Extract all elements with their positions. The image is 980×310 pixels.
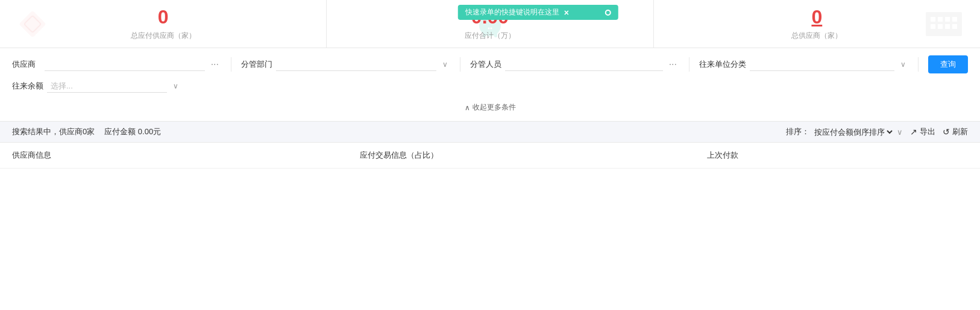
collapse-button[interactable]: ∧ 收起更多条件 — [455, 99, 526, 116]
tooltip-line — [574, 12, 598, 13]
stat-payable-total-label: 应付合计（万） — [465, 31, 515, 41]
manager-input[interactable] — [505, 58, 663, 71]
export-label: 导出 — [920, 126, 935, 137]
filter-manager: 分管人员 ··· — [470, 58, 679, 71]
unit-class-label: 往来单位分类 — [699, 59, 746, 70]
unit-class-chevron[interactable]: ∨ — [898, 60, 908, 69]
sort-group: 排序： 按应付会额倒序排序 ∨ — [786, 126, 903, 137]
svg-rect-14 — [952, 17, 957, 22]
filter-supplier: 供应商 ··· — [12, 58, 221, 71]
result-info-group: 搜索结果中，供应商0家 应付金额 0.00元 — [12, 126, 161, 137]
sort-label: 排序： — [786, 126, 809, 137]
sort-chevron-icon: ∨ — [897, 128, 903, 137]
building-bg-icon — [920, 6, 968, 42]
stat-total-suppliers-label: 总供应商（家） — [791, 31, 842, 41]
svg-rect-13 — [945, 17, 950, 22]
stat-payable-suppliers-label: 总应付供应商（家） — [131, 31, 196, 41]
tooltip-text: 快速录单的快捷键说明在这里 — [465, 7, 559, 17]
filter-area: 供应商 ··· 分管部门 ∨ 分管人员 ··· 往来单位分类 ∨ 查询 — [0, 48, 980, 122]
sort-select[interactable]: 按应付会额倒序排序 — [812, 127, 894, 137]
tooltip-dot — [605, 10, 611, 16]
svg-rect-17 — [945, 24, 950, 29]
balance-label: 往来余额 — [12, 81, 43, 91]
department-chevron[interactable]: ∨ — [440, 60, 450, 69]
table-body — [0, 169, 980, 310]
filter-balance: 往来余额 ∨ — [12, 79, 181, 93]
refresh-button[interactable]: ↺ 刷新 — [943, 126, 968, 137]
stat-total-suppliers: 0 总供应商（家） — [654, 0, 980, 48]
svg-rect-15 — [931, 24, 935, 29]
tooltip-close[interactable]: × — [564, 8, 569, 17]
quick-entry-tooltip: 快速录单的快捷键说明在这里 × — [458, 5, 618, 20]
result-amount: 应付金额 0.00元 — [104, 126, 161, 137]
svg-rect-18 — [952, 24, 957, 29]
stat-payable-total: 快速录单的快捷键说明在这里 × 0.00 应付合计（万） — [327, 0, 653, 48]
refresh-icon: ↺ — [943, 127, 950, 137]
divider-2 — [460, 57, 460, 72]
refresh-label: 刷新 — [952, 126, 968, 137]
divider-3 — [689, 57, 689, 72]
export-button[interactable]: ↗ 导出 — [910, 126, 935, 137]
svg-rect-16 — [938, 24, 943, 29]
svg-rect-12 — [938, 17, 943, 22]
filter-department: 分管部门 ∨ — [241, 58, 450, 71]
filter-row-1: 供应商 ··· 分管部门 ∨ 分管人员 ··· 往来单位分类 ∨ 查询 — [12, 55, 968, 73]
stat-payable-suppliers-number: 0 — [158, 7, 169, 28]
collapse-chevron-up: ∧ — [465, 104, 470, 112]
filter-unit-class: 往来单位分类 ∨ — [699, 58, 908, 71]
filter-row-2: 往来余额 ∨ — [12, 79, 968, 93]
stat-total-suppliers-number: 0 — [811, 7, 822, 28]
supplier-label: 供应商 — [12, 59, 41, 70]
department-label: 分管部门 — [241, 59, 272, 70]
table-col-supplier: 供应商信息 — [12, 150, 360, 161]
divider-4 — [918, 57, 919, 72]
diamond-bg-icon — [18, 10, 47, 39]
supplier-input[interactable] — [45, 58, 205, 71]
stat-payable-suppliers: 0 总应付供应商（家） — [0, 0, 327, 48]
stats-bar: 0 总应付供应商（家） 快速录单的快捷键说明在这里 × 0 — [0, 0, 980, 48]
supplier-dots-button[interactable]: ··· — [209, 59, 221, 70]
balance-chevron[interactable]: ∨ — [171, 82, 181, 90]
manager-label: 分管人员 — [470, 59, 501, 70]
divider-1 — [231, 57, 231, 72]
svg-rect-11 — [931, 17, 935, 22]
balance-input[interactable] — [47, 79, 167, 93]
svg-rect-0 — [19, 10, 46, 37]
export-icon: ↗ — [910, 127, 917, 137]
department-input[interactable] — [276, 58, 436, 71]
query-button[interactable]: 查询 — [928, 55, 968, 73]
result-supplier-count: 搜索结果中，供应商0家 — [12, 126, 95, 137]
manager-dots-button[interactable]: ··· — [667, 59, 679, 70]
table-col-transaction: 应付交易信息（占比） — [360, 150, 708, 161]
result-actions: 排序： 按应付会额倒序排序 ∨ ↗ 导出 ↺ 刷新 — [786, 126, 968, 137]
collapse-label: 收起更多条件 — [473, 102, 516, 113]
result-bar: 搜索结果中，供应商0家 应付金额 0.00元 排序： 按应付会额倒序排序 ∨ ↗… — [0, 122, 980, 143]
table-header: 供应商信息 应付交易信息（占比） 上次付款 — [0, 143, 980, 169]
table-col-payment: 上次付款 — [707, 150, 968, 161]
unit-class-input[interactable] — [750, 58, 894, 71]
